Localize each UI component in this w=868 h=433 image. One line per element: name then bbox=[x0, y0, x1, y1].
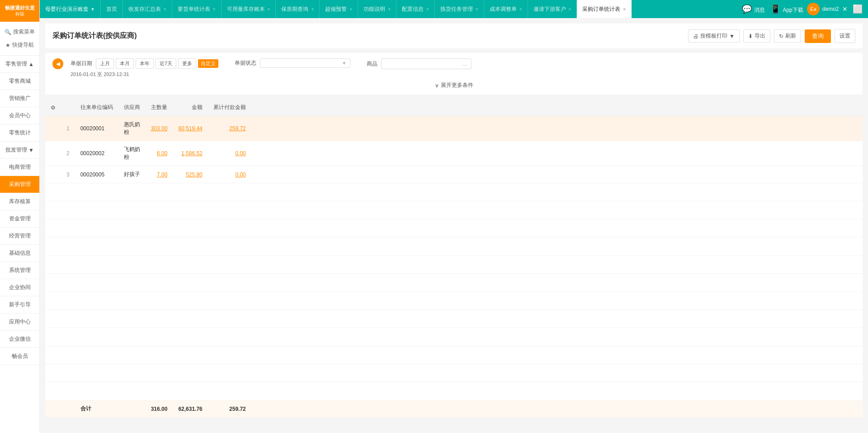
footer-end-spacer bbox=[251, 400, 863, 418]
workspace-label: 母婴行业演示账套 bbox=[45, 5, 89, 13]
refresh-btn[interactable]: ↻ 刷新 bbox=[774, 29, 801, 43]
payment-link[interactable]: 0.00 bbox=[235, 171, 245, 178]
tab-pick-task[interactable]: 拣货任务管理 × bbox=[435, 0, 484, 18]
search-icon: 🔍 bbox=[5, 29, 11, 35]
td-row-num: 1 bbox=[61, 116, 75, 141]
tab-label: 采购订单统计表 bbox=[582, 5, 620, 13]
tab-close-icon[interactable]: × bbox=[213, 7, 216, 12]
sidebar-item-basic-info[interactable]: 基础信息 bbox=[0, 245, 39, 262]
tab-close-icon[interactable]: × bbox=[268, 7, 270, 12]
tab-function-desc[interactable]: 功能说明 × bbox=[358, 0, 396, 18]
date-btn-7days[interactable]: 近7天 bbox=[156, 58, 176, 69]
date-btn-this-month[interactable]: 本月 bbox=[116, 58, 134, 69]
close-window-btn[interactable]: × bbox=[840, 3, 849, 16]
tab-cost-adjust[interactable]: 成本调整单 × bbox=[484, 0, 528, 18]
tab-config-info[interactable]: 配置信息 × bbox=[396, 0, 435, 18]
footer-cumulative-payment: 259.72 bbox=[208, 400, 251, 418]
sidebar-item-ecommerce[interactable]: 电商管理 bbox=[0, 159, 39, 176]
status-select[interactable]: ▼ bbox=[260, 58, 350, 68]
td-settings bbox=[45, 116, 61, 141]
workspace-selector[interactable]: 母婴行业演示账套 ▼ bbox=[40, 0, 101, 18]
payment-link[interactable]: 0.00 bbox=[235, 150, 245, 157]
sidebar-item-purchase[interactable]: 采购管理 bbox=[0, 176, 39, 193]
quick-nav-item[interactable]: ★ 快捷导航 bbox=[2, 38, 38, 52]
amount-link[interactable]: 60,519.44 bbox=[178, 125, 202, 132]
sidebar-item-label: 零售管理 bbox=[5, 60, 27, 68]
tab-close-icon[interactable]: × bbox=[349, 7, 352, 12]
sidebar-item-wholesale[interactable]: 批发管理 ▼ bbox=[0, 142, 39, 159]
tab-invite-downstream[interactable]: 邀请下游客户 × bbox=[528, 0, 577, 18]
amount-link[interactable]: 1,586.52 bbox=[181, 150, 203, 157]
product-filter-label: 商品 bbox=[367, 60, 377, 68]
date-btn-last-month[interactable]: 上月 bbox=[96, 58, 114, 69]
message-btn[interactable]: 💬 消息 bbox=[740, 2, 767, 16]
date-filter-row: 单据日期 上月 本月 本年 近7天 更多 自定义 bbox=[71, 58, 218, 69]
search-menu-item[interactable]: 🔍 搜索菜单 bbox=[2, 25, 38, 38]
sidebar-item-new-guide[interactable]: 新手引导 bbox=[0, 296, 39, 314]
maximize-window-btn[interactable]: ⬜ bbox=[851, 2, 864, 16]
tab-usable-inventory[interactable]: 可用量库存账本 × bbox=[222, 0, 276, 18]
app-download-label: App下载 bbox=[783, 7, 803, 13]
sidebar-item-inventory[interactable]: 库存核算 bbox=[0, 193, 39, 210]
sidebar-item-operations[interactable]: 经营管理 bbox=[0, 228, 39, 245]
tab-collect-send[interactable]: 收发存汇总表 × bbox=[123, 0, 172, 18]
qty-link[interactable]: 303.00 bbox=[151, 125, 168, 132]
qty-link[interactable]: 7.00 bbox=[157, 171, 167, 178]
tab-purchase-stats[interactable]: 采购订单统计表 × bbox=[577, 0, 632, 18]
tab-close-icon[interactable]: × bbox=[569, 7, 571, 12]
tab-overstock[interactable]: 超储预警 × bbox=[320, 0, 358, 18]
sidebar-item-label: 电商管理 bbox=[9, 163, 31, 171]
collapse-filter-btn[interactable]: ◀ bbox=[52, 58, 63, 69]
tab-close-icon[interactable]: × bbox=[519, 7, 522, 12]
amount-link[interactable]: 525.80 bbox=[186, 171, 203, 178]
sidebar-item-system[interactable]: 系统管理 bbox=[0, 262, 39, 279]
tab-close-icon[interactable]: × bbox=[476, 7, 478, 12]
th-settings[interactable]: ⚙ bbox=[45, 99, 61, 116]
tab-close-icon[interactable]: × bbox=[623, 7, 626, 12]
tab-expiry-query[interactable]: 保质期查询 × bbox=[276, 0, 320, 18]
table-footer-row: 合计 316.00 62,631.76 259.72 bbox=[45, 400, 863, 418]
print-btn[interactable]: 🖨 按模板打印 ▼ bbox=[688, 29, 740, 43]
sidebar-item-label: 批发管理 bbox=[5, 146, 27, 154]
tab-close-icon[interactable]: × bbox=[426, 7, 429, 12]
sidebar-item-app-center[interactable]: 应用中心 bbox=[0, 314, 39, 331]
tab-close-icon[interactable]: × bbox=[388, 7, 391, 12]
qty-link[interactable]: 6.00 bbox=[157, 150, 167, 157]
app-download-btn[interactable]: 📱 App下载 bbox=[769, 2, 805, 16]
sidebar-item-enterprise[interactable]: 企业协同 bbox=[0, 279, 39, 296]
sidebar-item-enterprise-wechat[interactable]: 企业微信 bbox=[0, 331, 39, 348]
footer-label: 合计 bbox=[75, 400, 118, 418]
sidebar-item-label: 库存核算 bbox=[9, 198, 31, 205]
tab-label: 成本调整单 bbox=[490, 5, 517, 13]
sidebar-item-member[interactable]: 畅会员 bbox=[0, 348, 39, 365]
empty-row bbox=[45, 310, 863, 328]
export-btn[interactable]: ⬇ 导出 bbox=[743, 29, 770, 43]
sidebar-item-member-center[interactable]: 会员中心 bbox=[0, 107, 39, 124]
user-section[interactable]: Ea demo2 bbox=[807, 3, 839, 15]
page-title: 采购订单统计表(按供应商) bbox=[52, 31, 137, 41]
query-btn[interactable]: 查询 bbox=[805, 29, 831, 43]
tab-home[interactable]: 首页 bbox=[101, 0, 123, 18]
tab-label: 收发存汇总表 bbox=[128, 5, 161, 13]
tab-close-icon[interactable]: × bbox=[311, 7, 314, 12]
expand-more-btn[interactable]: ∨ 展开更多条件 bbox=[435, 81, 473, 89]
tab-goods-stats[interactable]: 要货单统计表 × bbox=[172, 0, 222, 18]
date-btn-this-year[interactable]: 本年 bbox=[136, 58, 154, 69]
product-input[interactable]: … bbox=[381, 58, 472, 69]
sidebar-item-marketing[interactable]: 营销推广 bbox=[0, 90, 39, 107]
sidebar-item-retail-manage[interactable]: 零售管理 ▲ bbox=[0, 56, 39, 73]
td-settings bbox=[45, 141, 61, 166]
sidebar-item-label: 采购管理 bbox=[9, 181, 31, 188]
td-main-qty: 7.00 bbox=[146, 166, 173, 183]
status-filter-group: 单据状态 ▼ bbox=[235, 58, 350, 68]
sidebar-item-finance[interactable]: 资金管理 bbox=[0, 210, 39, 228]
payment-link[interactable]: 259.72 bbox=[229, 125, 246, 132]
settings-icon: ⚙ bbox=[51, 105, 56, 111]
sidebar-item-retail-shop[interactable]: 零售商城 bbox=[0, 73, 39, 90]
date-btn-more[interactable]: 更多 bbox=[178, 58, 196, 69]
sidebar-item-retail-stats[interactable]: 零售统计 bbox=[0, 124, 39, 142]
tab-close-icon[interactable]: × bbox=[164, 7, 166, 12]
settings-btn[interactable]: 设置 bbox=[835, 29, 855, 43]
sidebar-item-label: 资金管理 bbox=[9, 215, 31, 223]
user-avatar: Ea bbox=[807, 3, 820, 15]
